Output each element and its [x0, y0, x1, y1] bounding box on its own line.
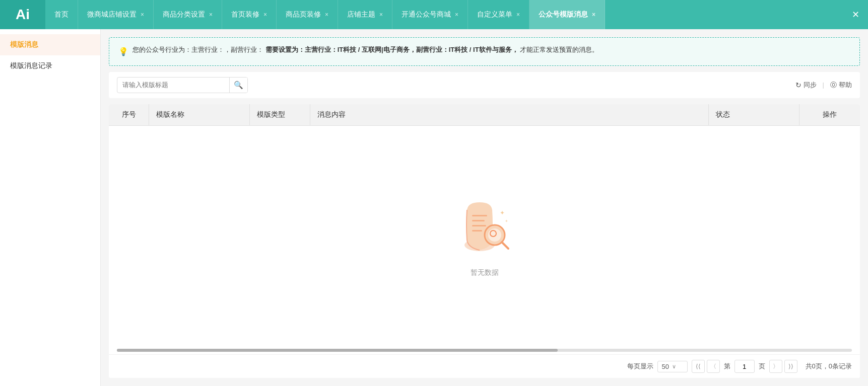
- nav-tab-5[interactable]: 店铺主题×: [338, 0, 392, 29]
- nav-tabs: 首页微商城店铺设置×商品分类设置×首页装修×商品页装修×店铺主题×开通公众号商城…: [45, 0, 843, 29]
- table-header: 序号 模版名称 模版类型 消息内容 状态 操作: [109, 104, 860, 126]
- per-page-label: 每页显示: [627, 362, 653, 371]
- page-label-suf: 页: [759, 362, 765, 371]
- pagination: 每页显示 50 ∨ ⟨⟨ 〈 第 页 〉 ⟩⟩ 共0页，0条记录: [109, 354, 860, 378]
- toolbar-right: ↻ 同步 | ⓪ 帮助: [795, 81, 852, 90]
- info-notice: 💡 您的公众号行业为：主营行业：，副营行业： 需要设置为：主营行业：IT科技 /…: [109, 37, 860, 66]
- tab-close-icon-6[interactable]: ×: [455, 11, 458, 18]
- svg-text:✦: ✦: [500, 209, 505, 216]
- fake-scrollbar[interactable]: [117, 349, 852, 352]
- top-nav: Ai 首页微商城店铺设置×商品分类设置×首页装修×商品页装修×店铺主题×开通公众…: [0, 0, 868, 29]
- nav-tab-3[interactable]: 首页装修×: [222, 0, 277, 29]
- nav-tab-1[interactable]: 微商城店铺设置×: [78, 0, 154, 29]
- page-nav: ⟨⟨ 〈 第 页 〉 ⟩⟩: [692, 360, 797, 373]
- chevron-down-icon: ∨: [672, 363, 676, 370]
- sync-button[interactable]: ↻ 同步: [795, 81, 817, 90]
- tab-close-icon-8[interactable]: ×: [592, 11, 595, 18]
- help-icon: ⓪: [830, 81, 837, 90]
- search-button[interactable]: 🔍: [229, 77, 247, 93]
- nav-tab-4[interactable]: 商品页装修×: [277, 0, 338, 29]
- sidebar: 模版消息 模版消息记录: [0, 29, 101, 386]
- next-page-button[interactable]: 〉: [769, 360, 782, 373]
- first-page-button[interactable]: ⟨⟨: [692, 360, 705, 373]
- empty-illustration: ✦ ✦: [452, 195, 517, 260]
- nav-tab-0[interactable]: 首页: [45, 0, 78, 29]
- empty-state: ✦ ✦ 暂无数据: [109, 126, 860, 346]
- svg-rect-1: [472, 215, 487, 216]
- nav-tab-7[interactable]: 自定义菜单×: [468, 0, 529, 29]
- search-input-wrap: 🔍: [117, 77, 248, 93]
- help-button[interactable]: ⓪ 帮助: [830, 81, 852, 90]
- tab-close-icon-2[interactable]: ×: [209, 11, 213, 18]
- close-all-button[interactable]: ✕: [843, 0, 868, 29]
- sidebar-item-template-message-record[interactable]: 模版消息记录: [0, 55, 100, 76]
- notice-text: 您的公众号行业为：主营行业：，副营行业： 需要设置为：主营行业：IT科技 / 互…: [132, 45, 598, 55]
- th-name: 模版名称: [149, 104, 250, 125]
- divider: |: [823, 81, 824, 89]
- svg-text:✦: ✦: [505, 219, 508, 223]
- total-info: 共0页，0条记录: [806, 362, 852, 371]
- tab-close-icon-7[interactable]: ×: [516, 11, 520, 18]
- tab-close-icon-4[interactable]: ×: [325, 11, 328, 18]
- nav-tab-8[interactable]: 公众号模版消息×: [529, 0, 605, 29]
- main-layout: 模版消息 模版消息记录 💡 您的公众号行业为：主营行业：，副营行业： 需要设置为…: [0, 29, 868, 386]
- prev-page-button[interactable]: 〈: [707, 360, 720, 373]
- svg-rect-4: [472, 230, 482, 231]
- nav-tab-2[interactable]: 商品分类设置×: [154, 0, 222, 29]
- svg-line-7: [502, 242, 508, 249]
- th-status: 状态: [709, 104, 799, 125]
- svg-rect-2: [472, 220, 485, 221]
- th-action: 操作: [799, 104, 860, 125]
- tab-close-icon-3[interactable]: ×: [263, 11, 267, 18]
- th-seq: 序号: [109, 104, 149, 125]
- sidebar-item-template-message[interactable]: 模版消息: [0, 34, 100, 55]
- empty-state-text: 暂无数据: [471, 268, 499, 277]
- table-wrap: 序号 模版名称 模版类型 消息内容 状态 操作: [109, 104, 860, 378]
- bulb-icon: 💡: [118, 45, 128, 58]
- search-input[interactable]: [117, 81, 229, 89]
- last-page-button[interactable]: ⟩⟩: [784, 360, 797, 373]
- content-area: 💡 您的公众号行业为：主营行业：，副营行业： 需要设置为：主营行业：IT科技 /…: [101, 29, 868, 386]
- page-label-pre: 第: [724, 362, 730, 371]
- per-page-select[interactable]: 50 ∨: [657, 361, 688, 372]
- logo: Ai: [0, 0, 45, 29]
- tab-close-icon-1[interactable]: ×: [141, 11, 144, 18]
- tab-close-icon-5[interactable]: ×: [379, 11, 383, 18]
- scrollbar-area: [109, 346, 860, 354]
- sync-icon: ↻: [795, 81, 802, 89]
- page-input[interactable]: [735, 360, 755, 373]
- svg-rect-3: [472, 225, 486, 226]
- th-content: 消息内容: [310, 104, 709, 125]
- nav-tab-6[interactable]: 开通公众号商城×: [392, 0, 468, 29]
- th-type: 模版类型: [250, 104, 310, 125]
- scrollbar-thumb: [117, 349, 558, 352]
- search-bar: 🔍 ↻ 同步 | ⓪ 帮助: [109, 72, 860, 98]
